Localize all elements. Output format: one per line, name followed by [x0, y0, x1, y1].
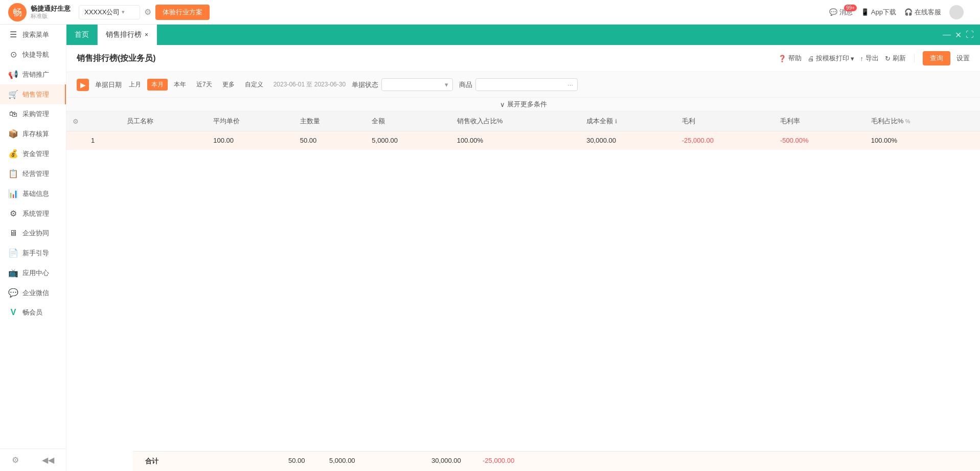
sidebar-item-label: 资金管理	[22, 149, 49, 159]
th-sales-pct: 销售收入占比%	[451, 111, 580, 131]
cell-main-qty: 50.00	[294, 131, 366, 150]
settings-text-button[interactable]: 设置	[956, 54, 970, 63]
minimize-window-icon[interactable]: —	[943, 30, 951, 39]
expand-window-icon[interactable]: ⛶	[966, 30, 974, 39]
footer-main-qty: 50.00	[282, 457, 323, 466]
export-button[interactable]: ↑ 导出	[860, 54, 879, 63]
filter-toggle-btn[interactable]: ▶	[77, 79, 89, 91]
date-tab-current-year[interactable]: 本年	[170, 79, 190, 91]
export-icon: ↑	[860, 55, 864, 62]
app-download-btn[interactable]: 📱 App下载	[861, 8, 896, 17]
close-window-icon[interactable]: ✕	[955, 30, 962, 40]
cost-info-icon[interactable]: ℹ	[615, 118, 617, 124]
sidebar-item-label: 搜索菜单	[22, 30, 49, 39]
sidebar-item-appstore[interactable]: 📺 应用中心	[0, 263, 66, 283]
tab-home[interactable]: 首页	[66, 25, 98, 45]
template-print-button[interactable]: 🖨 按模板打印 ▾	[808, 54, 854, 63]
help-button[interactable]: ❓ 帮助	[778, 54, 802, 63]
nav-tabs: 首页 销售排行榜 × — ✕ ⛶	[66, 25, 980, 45]
logo-area: 畅 畅捷通好生意 标准版	[8, 3, 71, 21]
message-btn[interactable]: 💬 消息 99+	[829, 8, 853, 17]
page-header: 销售排行榜(按业务员) ❓ 帮助 🖨 按模板打印 ▾ ↑	[66, 45, 980, 72]
finance-icon: 💰	[8, 149, 18, 159]
sidebar-item-label: 销售管理	[22, 90, 49, 99]
chevron-down-icon: ▾	[851, 55, 854, 62]
expand-conditions-button[interactable]: ∨ 展开更多条件	[500, 100, 547, 109]
goods-filter: 商品 ···	[459, 78, 578, 91]
sidebar-item-system[interactable]: ⚙ 系统管理	[0, 204, 66, 223]
sidebar-item-inventory[interactable]: 📦 库存核算	[0, 124, 66, 144]
status-select[interactable]: ▾	[381, 78, 453, 91]
sidebar-item-finance[interactable]: 💰 资金管理	[0, 144, 66, 164]
tab-sales-rank[interactable]: 销售排行榜 ×	[98, 25, 157, 45]
gross-pct-icon[interactable]: %	[905, 118, 910, 124]
guide-icon: 📄	[8, 248, 18, 258]
column-settings-icon[interactable]: ⚙	[73, 118, 79, 125]
settings-icon[interactable]: ⚙	[144, 7, 151, 17]
sales-icon: 🛒	[8, 89, 18, 99]
online-service-btn[interactable]: 🎧 在线客服	[904, 8, 941, 17]
sidebar-item-sales[interactable]: 🛒 销售管理	[0, 84, 66, 104]
cell-rank: 1	[85, 131, 121, 150]
status-label: 单据状态	[352, 80, 378, 89]
filter-bar: ▶ 单据日期 上月 本月 本年 近7天 更多 自定义	[66, 72, 980, 98]
message-badge: 99+	[844, 5, 857, 11]
date-tab-7days[interactable]: 近7天	[192, 79, 216, 91]
appstore-icon: 📺	[8, 268, 18, 278]
refresh-button[interactable]: ↻ 刷新	[885, 54, 906, 63]
footer-cost: 30,000.00	[425, 457, 476, 466]
close-tab-icon[interactable]: ×	[145, 31, 148, 38]
sidebar-item-label: 畅会员	[22, 308, 42, 317]
footer-label: 合计	[139, 457, 241, 466]
user-avatar[interactable]	[949, 5, 964, 19]
sidebar-item-label: 快捷导航	[22, 50, 49, 59]
footer-gross: -25,000.00	[476, 457, 528, 466]
headset-icon: 🎧	[904, 8, 913, 16]
query-button[interactable]: 查询	[923, 51, 950, 65]
th-total: 全额	[366, 111, 450, 131]
footer-sales-pct	[374, 457, 425, 466]
sidebar-item-wechat[interactable]: 💬 企业微信	[0, 283, 66, 303]
collapse-sidebar-icon[interactable]: ◀◀	[38, 453, 58, 467]
chevron-down-icon: ▾	[122, 9, 125, 15]
date-tab-more[interactable]: 更多	[218, 79, 239, 91]
date-tab-custom[interactable]: 自定义	[241, 79, 267, 91]
date-tab-last-month[interactable]: 上月	[125, 79, 145, 91]
page-title: 销售排行榜(按业务员)	[77, 53, 156, 64]
help-icon: ❓	[778, 55, 786, 62]
cell-settings	[66, 131, 85, 150]
goods-more-icon[interactable]: ···	[567, 81, 573, 88]
operations-icon: 📋	[8, 169, 18, 178]
company-name: XXXXX公司	[84, 8, 120, 17]
footer-avg-price	[241, 457, 282, 466]
top-right-area: 💬 消息 99+ 📱 App下载 🎧 在线客服	[829, 5, 972, 19]
sidebar-item-guide[interactable]: 📄 新手引导	[0, 243, 66, 263]
sidebar-item-enterprise[interactable]: 🖥 企业协同	[0, 223, 66, 243]
enterprise-icon: 🖥	[8, 229, 18, 238]
sidebar-item-quicknav[interactable]: ⊙ 快捷导航	[0, 44, 66, 64]
home-tab-label: 首页	[75, 30, 89, 39]
company-selector[interactable]: XXXXX公司 ▾	[79, 5, 140, 19]
th-main-qty: 主数量	[294, 111, 366, 131]
sidebar-item-purchase[interactable]: 🛍 采购管理	[0, 104, 66, 124]
sidebar-item-label: 新手引导	[22, 249, 49, 258]
footer-total: 5,000.00	[323, 457, 374, 466]
cell-total: 5,000.00	[366, 131, 450, 150]
date-tab-current-month[interactable]: 本月	[147, 79, 168, 91]
sidebar-item-basic-info[interactable]: 📊 基础信息	[0, 184, 66, 204]
sidebar-item-marketing[interactable]: 📢 营销推广	[0, 64, 66, 84]
sidebar-item-search[interactable]: ☰ 搜索菜单	[0, 25, 66, 44]
sidebar-bottom: ⚙ ◀◀	[0, 448, 66, 471]
sidebar-item-label: 系统管理	[22, 209, 49, 218]
trial-button[interactable]: 体验行业方案	[155, 5, 210, 20]
th-settings[interactable]: ⚙	[66, 111, 85, 131]
marketing-icon: 📢	[8, 70, 18, 79]
app-download-label: App下载	[871, 8, 896, 17]
sidebar-item-label: 企业微信	[22, 288, 49, 298]
sidebar-item-vip[interactable]: V 畅会员	[0, 303, 66, 322]
chevron-down-icon: ▾	[445, 81, 448, 88]
gear-settings-icon[interactable]: ⚙	[8, 453, 23, 467]
sidebar-item-operations[interactable]: 📋 经营管理	[0, 164, 66, 184]
goods-input[interactable]: ···	[475, 78, 578, 91]
date-filter: 单据日期 上月 本月 本年 近7天 更多 自定义	[95, 79, 267, 91]
